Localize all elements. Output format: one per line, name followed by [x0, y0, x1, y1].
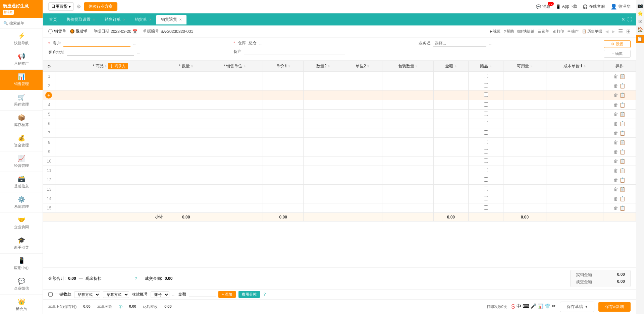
unit2-cell[interactable] — [343, 90, 382, 100]
available-cell[interactable] — [503, 203, 546, 213]
available-cell[interactable] — [503, 166, 546, 175]
qty-cell[interactable] — [166, 119, 206, 128]
cost-price-cell[interactable] — [546, 100, 603, 110]
tool5-icon[interactable]: 👕 — [545, 303, 550, 310]
sidebar-item-kucun[interactable]: 📦 库存核算 — [0, 111, 43, 131]
unit-cell[interactable] — [206, 110, 263, 119]
radio-sale[interactable]: 销货单 — [48, 28, 66, 34]
add-payment-button[interactable]: + 添加 — [218, 291, 235, 298]
tab-sell-goods-close[interactable]: ✕ — [149, 18, 152, 21]
cost-price-cell[interactable] — [546, 203, 603, 213]
copy-row-button[interactable]: 📋 — [620, 140, 625, 145]
unit-cell[interactable] — [206, 166, 263, 175]
gift-cell[interactable] — [468, 203, 503, 213]
unit2-cell[interactable] — [343, 100, 382, 110]
address-input[interactable] — [67, 49, 134, 56]
qty-cell[interactable] — [166, 203, 206, 213]
copy-row-button[interactable]: 📋 — [620, 205, 625, 211]
cost-price-cell[interactable] — [546, 156, 603, 166]
pack-qty-cell[interactable] — [382, 110, 434, 119]
delete-row-button[interactable]: 🗑 — [613, 83, 618, 88]
gift-checkbox[interactable] — [484, 74, 488, 78]
unit2-cell[interactable] — [343, 194, 382, 203]
qty2-cell[interactable] — [304, 100, 343, 110]
delete-row-button[interactable]: 🗑 — [613, 102, 618, 108]
unit-cell[interactable] — [206, 100, 263, 110]
stat-debt-icon[interactable]: ⓘ — [119, 304, 122, 309]
amount-cell[interactable] — [433, 175, 468, 185]
product-cell[interactable] — [55, 166, 166, 175]
toolbar-shortcut[interactable]: ⌨ 快捷键 — [517, 29, 534, 34]
sidebar-item-caigou[interactable]: 🛒 采购管理 — [0, 90, 43, 111]
product-cell[interactable] — [55, 194, 166, 203]
delete-row-button[interactable]: 🗑 — [613, 187, 618, 192]
product-cell[interactable] — [55, 203, 166, 213]
product-cell[interactable] — [55, 72, 166, 81]
price-cell[interactable] — [263, 156, 304, 166]
gift-checkbox[interactable] — [484, 159, 488, 163]
amount-cell[interactable] — [433, 90, 468, 100]
search-menu-item[interactable]: 🔍 搜索菜单 — [0, 18, 43, 29]
right-sidebar-icon-3[interactable]: ✉ — [638, 19, 642, 24]
sidebar-item-kuaijie[interactable]: ⚡ 快捷导航 — [0, 29, 43, 49]
qty-cell[interactable] — [166, 81, 206, 90]
qty2-cell[interactable] — [304, 166, 343, 175]
experience-button[interactable]: 体验行业方案 — [84, 2, 117, 11]
unit2-cell[interactable] — [343, 72, 382, 81]
fee-help-icon[interactable]: ？ — [263, 292, 267, 297]
calc-method-select[interactable]: 结算方式 — [74, 291, 100, 298]
qty2-cell[interactable] — [304, 90, 343, 100]
sidebar-item-huiyuan[interactable]: 👑 畅会员 — [0, 295, 43, 314]
unit-cell[interactable] — [206, 175, 263, 185]
fee-split-button[interactable]: 费用分摊 — [238, 291, 260, 298]
qty-cell[interactable] — [166, 166, 206, 175]
unit-cell[interactable] — [206, 90, 263, 100]
radio-return[interactable]: 退货单 — [70, 28, 88, 34]
right-sidebar-icon-5[interactable]: 📋 — [636, 35, 644, 43]
copy-row-button[interactable]: 📋 — [620, 112, 625, 117]
gift-checkbox[interactable] — [484, 121, 488, 125]
app-download-button[interactable]: 📱 App下载 — [556, 4, 577, 9]
unit-cell[interactable] — [206, 81, 263, 90]
available-cell[interactable] — [503, 185, 546, 194]
toolbar-history[interactable]: 📋 历史单据 — [582, 29, 602, 34]
pack-qty-cell[interactable] — [382, 119, 434, 128]
sidebar-item-weixin[interactable]: 💬 企业微信 — [0, 274, 43, 295]
cost-price-cell[interactable] — [546, 175, 603, 185]
tab-sell-price[interactable]: 售价提取设置 ✕ — [62, 15, 100, 24]
sidebar-item-zijin[interactable]: 💰 资金管理 — [0, 131, 43, 151]
qty2-cell[interactable] — [304, 128, 343, 138]
qty2-cell[interactable] — [304, 156, 343, 166]
unit-cell[interactable] — [206, 119, 263, 128]
user-profile-button[interactable]: 👤 徐泽华 — [610, 3, 631, 10]
toolbar-select[interactable]: ☰ 选单 — [538, 29, 549, 34]
amount-cell[interactable] — [433, 166, 468, 175]
price-cell[interactable] — [263, 138, 304, 147]
delete-row-button[interactable]: 🗑 — [613, 168, 618, 173]
unit2-cell[interactable] — [343, 185, 382, 194]
product-cell[interactable] — [55, 128, 166, 138]
customer-input[interactable] — [63, 40, 130, 47]
qty2-cell[interactable] — [304, 138, 343, 147]
save-draft-button[interactable]: 保存草稿 ▾ — [560, 302, 594, 312]
available-cell[interactable] — [503, 147, 546, 156]
product-cell[interactable] — [55, 119, 166, 128]
unit2-cell[interactable] — [343, 203, 382, 213]
one-click-payment-checkbox[interactable] — [48, 292, 53, 297]
pack-qty-cell[interactable] — [382, 138, 434, 147]
gift-cell[interactable] — [468, 138, 503, 147]
unit2-cell[interactable] — [343, 119, 382, 128]
available-cell[interactable] — [503, 119, 546, 128]
right-sidebar-icon-4[interactable]: 🏠 — [637, 27, 643, 32]
tab-sell-return-close[interactable]: ✕ — [179, 18, 182, 21]
cost-price-cell[interactable] — [546, 138, 603, 147]
add-row-button[interactable]: + — [45, 92, 52, 99]
copy-row-button[interactable]: 📋 — [620, 121, 625, 126]
price-cell[interactable] — [263, 185, 304, 194]
sidebar-item-xinshou[interactable]: 🎓 新手引导 — [0, 233, 43, 254]
save-new-button[interactable]: 保存&新增 — [598, 302, 631, 312]
view-toggle-list[interactable]: ☰ — [618, 28, 623, 35]
delete-row-button[interactable]: 🗑 — [613, 177, 618, 183]
tab-close-all[interactable]: ✕ — [621, 17, 625, 22]
amount-cell[interactable] — [433, 147, 468, 156]
